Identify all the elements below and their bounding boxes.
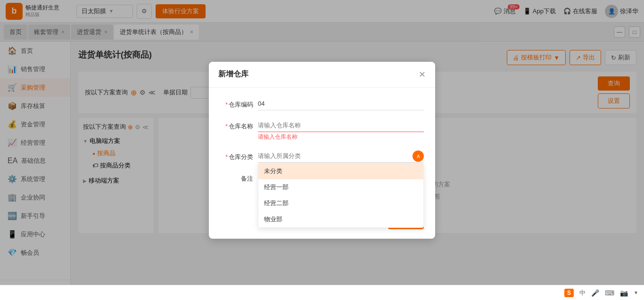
dropdown-option-uncategorized[interactable]: 未分类 [258, 163, 423, 179]
name-input[interactable] [258, 119, 424, 132]
modal-title: 新增仓库 [218, 69, 248, 79]
bottom-brand-icon: S [564, 289, 574, 297]
form-row-code: 仓库编码 [220, 97, 424, 110]
bottom-brand: S [564, 289, 574, 297]
modal-overlay[interactable]: 新增仓库 ✕ 仓库编码 仓库名称 请输入仓库名称 仓库分类 [0, 0, 644, 300]
modal-new-warehouse: 新增仓库 ✕ 仓库编码 仓库名称 请输入仓库名称 仓库分类 [209, 62, 435, 239]
form-row-category: 仓库分类 ∧ 未分类 经营一部 经营二部 物业部 [220, 150, 424, 163]
bottom-bar: S 中 🎤 ⌨ 📷 ▼ [0, 285, 644, 300]
modal-close-icon[interactable]: ✕ [419, 69, 426, 80]
modal-body: 仓库编码 仓库名称 请输入仓库名称 仓库分类 ∧ 未分类 [209, 88, 435, 208]
modal-header: 新增仓库 ✕ [209, 62, 435, 88]
form-row-name: 仓库名称 请输入仓库名称 [220, 119, 424, 141]
dropdown-toggle-icon[interactable]: ∧ [413, 150, 424, 162]
category-label: 仓库分类 [220, 150, 258, 161]
code-label: 仓库编码 [220, 97, 258, 109]
category-dropdown-wrap: ∧ 未分类 经营一部 经营二部 物业部 [258, 150, 424, 163]
dropdown-option-dept1[interactable]: 经营一部 [258, 179, 423, 195]
dropdown-list: 未分类 经营一部 经营二部 物业部 [258, 163, 424, 228]
name-label: 仓库名称 [220, 119, 258, 131]
bottom-mic-icon[interactable]: 🎤 [591, 289, 599, 297]
dropdown-option-dept3[interactable]: 物业部 [258, 211, 423, 227]
bottom-keyboard-icon[interactable]: ⌨ [605, 289, 614, 297]
bottom-arrow-icon[interactable]: ▼ [634, 290, 638, 295]
category-input[interactable] [258, 150, 424, 163]
bottom-camera-icon[interactable]: 📷 [620, 289, 628, 297]
name-error-msg: 请输入仓库名称 [258, 133, 424, 141]
dropdown-option-dept2[interactable]: 经营二部 [258, 195, 423, 211]
name-field-wrap: 请输入仓库名称 [258, 119, 424, 141]
code-input[interactable] [258, 97, 424, 110]
bottom-lang-icon[interactable]: 中 [579, 289, 586, 297]
remark-label: 备注 [220, 171, 258, 183]
